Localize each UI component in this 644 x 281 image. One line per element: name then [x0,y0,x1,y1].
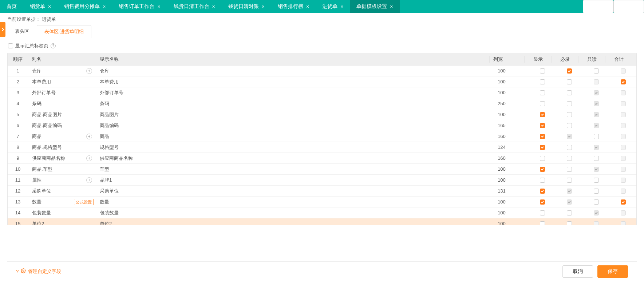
top-tab[interactable]: 首页 [0,0,23,13]
fullscreen-button[interactable] [613,0,644,13]
cell-display-name[interactable]: 品牌1 [96,177,494,183]
table-row[interactable]: 11属性+品牌1100 [8,175,636,186]
table-row[interactable]: 10商品.车型车型100 [8,164,636,175]
add-icon[interactable]: + [86,134,92,139]
cell-display-name[interactable]: 车型 [96,166,494,173]
cell-display-name[interactable]: 单位2 [96,221,494,225]
summary-checkbox[interactable] [8,43,13,48]
show-checkbox[interactable] [540,112,545,117]
readonly-checkbox[interactable] [594,178,599,183]
cell-width[interactable]: 160 [494,134,529,139]
cell-display-name[interactable]: 包装数量 [96,210,494,216]
required-checkbox[interactable] [567,210,572,215]
show-checkbox[interactable] [540,123,545,128]
show-checkbox[interactable] [540,101,545,106]
required-checkbox[interactable] [567,79,572,84]
cell-width[interactable]: 100 [494,90,529,95]
cell-display-name[interactable]: 条码 [96,100,494,107]
required-checkbox[interactable] [567,167,572,172]
required-checkbox[interactable] [567,68,572,74]
top-tab[interactable]: 销货单× [23,0,58,13]
cell-display-name[interactable]: 商品编码 [96,122,494,129]
table-row[interactable]: 5商品.商品图片商品图片100 [8,109,636,120]
close-icon[interactable]: × [157,4,160,9]
show-checkbox[interactable] [540,156,545,161]
table-row[interactable]: 3外部订单号外部订单号100 [8,87,636,98]
add-icon[interactable]: + [86,68,92,74]
table-row[interactable]: 15单位2单位2100 [8,218,636,225]
close-icon[interactable]: × [212,4,215,9]
top-tab[interactable]: 钱货日清工作台× [167,0,222,13]
top-tab[interactable]: 钱货日清对账× [222,0,271,13]
cell-width[interactable]: 100 [494,166,529,172]
cancel-button[interactable]: 取消 [562,265,593,278]
show-checkbox[interactable] [540,68,545,74]
cell-display-name[interactable]: 商品图片 [96,111,494,118]
cell-display-name[interactable]: 仓库 [96,68,494,74]
table-row[interactable]: 1仓库+仓库100 [8,66,636,76]
required-checkbox[interactable] [567,156,572,161]
show-checkbox[interactable] [540,178,545,183]
readonly-checkbox[interactable] [594,134,599,139]
cell-width[interactable]: 100 [494,199,529,205]
required-checkbox[interactable] [567,145,572,150]
show-checkbox[interactable] [540,210,545,215]
cell-display-name[interactable]: 采购单位 [96,188,494,194]
table-row[interactable]: 4条码条码250 [8,98,636,109]
top-tab[interactable]: 单据模板设置× [350,0,399,13]
show-checkbox[interactable] [540,79,545,84]
manage-custom-fields-link[interactable]: ? 管理自定义字段 [16,268,61,275]
readonly-checkbox[interactable] [594,68,599,74]
cell-display-name[interactable]: 规格型号 [96,144,494,151]
table-body[interactable]: 1仓库+仓库1002本单费用本单费用1003外部订单号外部订单号1004条码条码… [8,66,636,225]
cell-display-name[interactable]: 数量 [96,199,494,205]
total-checkbox[interactable] [621,199,626,205]
show-checkbox[interactable] [540,189,545,194]
add-icon[interactable]: + [86,155,92,161]
cell-display-name[interactable]: 商品 [96,133,494,140]
close-icon[interactable]: × [262,4,265,9]
table-row[interactable]: 6商品.商品编码商品编码165 [8,120,636,131]
readonly-checkbox[interactable] [594,199,599,205]
cell-display-name[interactable]: 外部订单号 [96,90,494,96]
cell-display-name[interactable]: 供应商商品名称 [96,155,494,162]
close-icon[interactable]: × [48,4,51,9]
top-tab[interactable]: 进货单× [316,0,350,13]
top-tab[interactable]: 销售订单工作台× [112,0,167,13]
inner-tab[interactable]: 表头区 [7,25,37,37]
cell-width[interactable]: 100 [494,221,529,225]
show-checkbox[interactable] [540,145,545,150]
close-all-button[interactable] [583,0,613,13]
expand-handle[interactable] [0,22,5,37]
table-row[interactable]: 9供应商商品名称+供应商商品名称160 [8,153,636,164]
help-icon[interactable]: ? [51,43,56,48]
inner-tab[interactable]: 表体区-进货单明细 [37,25,91,38]
table-row[interactable]: 2本单费用本单费用100 [8,76,636,87]
required-checkbox[interactable] [567,178,572,183]
cell-width[interactable]: 100 [494,177,529,183]
total-checkbox[interactable] [621,79,626,84]
show-checkbox[interactable] [540,221,545,225]
table-row[interactable]: 14包装数量包装数量100 [8,207,636,218]
readonly-checkbox[interactable] [594,189,599,194]
close-icon[interactable]: × [340,4,343,9]
cell-display-name[interactable]: 本单费用 [96,79,494,85]
table-row[interactable]: 12采购单位采购单位131 [8,186,636,197]
cell-width[interactable]: 100 [494,210,529,215]
table-row[interactable]: 7商品+商品160 [8,131,636,142]
cell-width[interactable]: 250 [494,101,529,106]
add-icon[interactable]: + [86,177,92,183]
show-checkbox[interactable] [540,167,545,172]
show-checkbox[interactable] [540,90,545,95]
close-icon[interactable]: × [390,4,393,9]
required-checkbox[interactable] [567,112,572,117]
required-checkbox[interactable] [567,90,572,95]
show-checkbox[interactable] [540,199,545,205]
required-checkbox[interactable] [567,123,572,128]
cell-width[interactable]: 165 [494,123,529,128]
show-checkbox[interactable] [540,134,545,139]
cell-width[interactable]: 160 [494,155,529,161]
top-tab[interactable]: 销售费用分摊单× [58,0,112,13]
readonly-checkbox[interactable] [594,156,599,161]
top-tab[interactable]: 销售排行榜× [271,0,316,13]
